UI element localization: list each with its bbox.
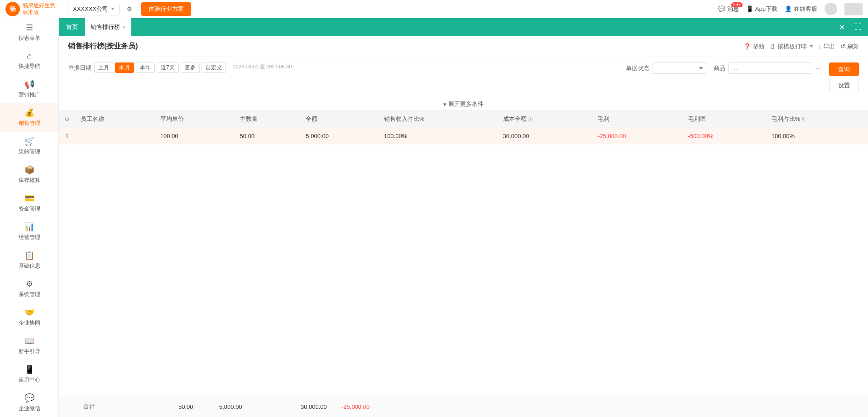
settings-button[interactable]: 设置 — [829, 79, 859, 92]
table-row: 1 100.00 50.00 5,000.00 100.00% 30,000.0… — [59, 128, 868, 144]
message-area[interactable]: 💬 消息 99+ — [718, 5, 739, 13]
footer-cost: 30,000.00 — [295, 401, 336, 413]
expand-btn[interactable]: ▾ 展开更多条件 — [443, 100, 484, 108]
page-header: 销售排行榜(按业务员) ❓ 帮助 🖨 按模板打印 ↓ 导出 — [59, 36, 868, 57]
td-qty: 50.00 — [235, 128, 301, 144]
sidebar-item-inventory[interactable]: 📦 库存核算 — [0, 160, 58, 189]
newbie-icon: 📖 — [24, 336, 34, 346]
sidebar-item-enterprise-collab[interactable]: 🤝 企业协同 — [0, 303, 58, 331]
company-selector[interactable]: XXXXXX公司 — [68, 3, 120, 15]
sidebar-item-enterprise-wechat[interactable]: 💬 企业微信 — [0, 388, 58, 417]
table-footer: 合计 50.00 5,000.00 30,000.00 -25,000.00 — [59, 396, 868, 417]
sidebar-item-search[interactable]: ☰ 搜索菜单 — [0, 18, 58, 47]
template-print-action[interactable]: 🖨 按模板打印 — [770, 43, 813, 51]
date-btn-7days[interactable]: 近7天 — [157, 62, 179, 73]
main-layout: ☰ 搜索菜单 ⌂ 快捷导航 📢 营销推广 💰 销售管理 🛒 采购管理 📦 库存核… — [0, 18, 868, 417]
query-button[interactable]: 查询 — [829, 62, 859, 76]
sidebar-item-finance[interactable]: 💳 资金管理 — [0, 189, 58, 217]
sidebar-item-quick-nav[interactable]: ⌂ 快捷导航 — [0, 47, 58, 75]
date-btn-custom[interactable]: 自定义 — [201, 62, 226, 73]
status-filter-group: 单据状态 — [626, 62, 706, 74]
query-buttons: 查询 设置 — [829, 62, 859, 92]
header-row: ⚙ 员工名称 平均单价 主数量 全额 销售收入占比% 成本全额 ⓘ 毛利 — [59, 110, 868, 128]
sidebar-item-operations[interactable]: 📊 经营管理 — [0, 217, 58, 246]
date-btn-this-month[interactable]: 本月 — [115, 62, 134, 73]
tab-sales-ranking[interactable]: 销售排行榜 × — [85, 18, 131, 36]
footer-sales-pct — [254, 404, 295, 409]
home-tab-label: 首页 — [66, 23, 78, 31]
table-container: ⚙ 员工名称 平均单价 主数量 全额 销售收入占比% 成本全额 ⓘ 毛利 — [59, 110, 868, 396]
goods-more-icon[interactable]: ··· — [815, 65, 820, 72]
message-icon: 💬 — [718, 5, 725, 12]
user-name-area[interactable] — [844, 3, 863, 15]
trial-button[interactable]: 体验行业方案 — [141, 2, 191, 16]
sales-icon: 💰 — [24, 108, 34, 118]
table-body: 1 100.00 50.00 5,000.00 100.00% 30,000.0… — [59, 128, 868, 144]
inventory-icon: 📦 — [24, 165, 34, 175]
app-center-icon: 📱 — [24, 364, 34, 374]
column-settings-icon[interactable]: ⚙ — [64, 116, 70, 123]
date-btn-last-month[interactable]: 上月 — [94, 62, 113, 73]
footer-avg-price — [132, 404, 173, 409]
header-right: 💬 消息 99+ 📱 App下载 👤 在线客服 — [718, 3, 863, 15]
refresh-icon: ↺ — [840, 43, 845, 50]
sidebar: ☰ 搜索菜单 ⌂ 快捷导航 📢 营销推广 💰 销售管理 🛒 采购管理 📦 库存核… — [0, 18, 59, 417]
th-sales-pct: 销售收入占比% — [379, 110, 498, 128]
operations-icon: 📊 — [24, 222, 34, 232]
status-filter-label: 单据状态 — [626, 64, 649, 72]
footer-gross: -25,000.00 — [336, 401, 377, 413]
logo-text: 畅康通好生意 标准版 — [23, 2, 55, 15]
collab-icon: 🤝 — [24, 307, 34, 317]
sidebar-item-purchase[interactable]: 🛒 采购管理 — [0, 132, 58, 160]
th-gross-rate: 毛利率 — [683, 110, 766, 128]
filter-left: 单据日期 上月 本月 本年 近7天 更多 自定义 — [68, 62, 617, 73]
gross-pct-info-icon: § — [802, 116, 805, 122]
date-btn-more[interactable]: 更多 — [181, 62, 200, 73]
search-menu-icon: ☰ — [26, 23, 33, 33]
chevron-down-icon — [111, 8, 115, 10]
maximize-icon[interactable]: ⛶ — [852, 21, 864, 34]
td-name — [75, 128, 155, 144]
online-service-action[interactable]: 👤 在线客服 — [785, 5, 817, 13]
th-qty: 主数量 — [235, 110, 301, 128]
filter-section: 单据日期 上月 本月 本年 近7天 更多 自定义 — [59, 57, 868, 110]
user-avatar[interactable] — [825, 3, 837, 15]
th-amount: 全额 — [300, 110, 379, 128]
refresh-action[interactable]: ↺ 刷新 — [840, 43, 859, 51]
date-btn-this-year[interactable]: 本年 — [136, 62, 155, 73]
tab-bar: 首页 销售排行榜 × ✕ ⛶ — [59, 18, 868, 36]
export-action[interactable]: ↓ 导出 — [819, 43, 835, 51]
tab-close-icon[interactable]: × — [123, 24, 126, 30]
tab-home[interactable]: 首页 — [59, 18, 85, 36]
app-download-action[interactable]: 📱 App下载 — [746, 5, 777, 13]
export-icon: ↓ — [819, 43, 822, 50]
help-icon: ❓ — [743, 43, 751, 50]
status-select[interactable] — [652, 62, 706, 74]
system-icon: ⚙ — [26, 279, 33, 289]
logo-area: 畅 畅康通好生意 标准版 — [5, 2, 64, 16]
th-avg-price: 平均单价 — [155, 110, 235, 128]
logo-icon: 畅 — [5, 2, 20, 16]
sidebar-item-marketing[interactable]: 📢 营销推广 — [0, 75, 58, 103]
help-action[interactable]: ❓ 帮助 — [743, 43, 764, 51]
th-cost: 成本全额 ⓘ — [498, 110, 593, 128]
cost-info-icon: ⓘ — [528, 116, 533, 122]
main-content: 首页 销售排行榜 × ✕ ⛶ 销售排行榜(按业务员) ❓ 帮助 — [59, 18, 868, 417]
sidebar-item-system[interactable]: ⚙ 系统管理 — [0, 274, 58, 303]
sidebar-item-newbie[interactable]: 📖 新手引导 — [0, 331, 58, 360]
sidebar-item-basic-info[interactable]: 📋 基础信息 — [0, 246, 58, 274]
filter-row-1: 单据日期 上月 本月 本年 近7天 更多 自定义 — [59, 57, 868, 98]
td-gross-rate: -500.00% — [683, 128, 766, 144]
page-title: 销售排行榜(按业务员) — [68, 42, 138, 51]
footer-empty-rank — [64, 404, 78, 409]
settings-icon-btn[interactable]: ⚙ — [123, 3, 136, 15]
date-range-area: 2023-06-01 至 2023-06-30 — [233, 63, 292, 70]
footer-label: 合计 — [78, 400, 132, 413]
date-buttons: 上月 本月 本年 近7天 更多 自定义 — [94, 62, 226, 73]
expand-bar: ▾ 展开更多条件 — [59, 98, 868, 110]
close-window-icon[interactable]: ✕ — [835, 21, 848, 34]
goods-input[interactable] — [728, 62, 812, 74]
message-badge: 99+ — [731, 2, 743, 7]
sidebar-item-app-center[interactable]: 📱 应用中心 — [0, 360, 58, 388]
sidebar-item-sales[interactable]: 💰 销售管理 — [0, 103, 58, 132]
